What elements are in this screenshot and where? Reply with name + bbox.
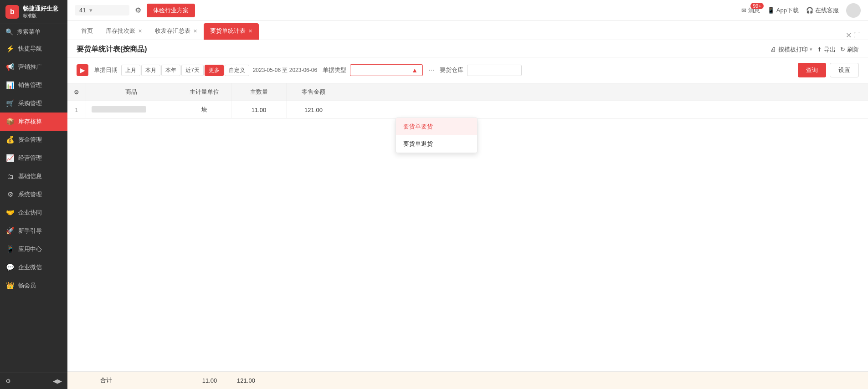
sidebar-item-quick-nav[interactable]: ⚡ 快捷导航 [0, 40, 67, 58]
filter-actions: 查询 设置 [798, 63, 859, 77]
tab-home[interactable]: 首页 [75, 23, 99, 40]
settings-button[interactable]: 设置 [830, 63, 859, 77]
service-label: 在线客服 [815, 6, 839, 15]
page-actions: 🖨 按模板打印 ▾ ⬆ 导出 ↻ 刷新 [770, 46, 859, 54]
warehouse-value [471, 67, 473, 74]
sidebar-item-system[interactable]: ⚙ 系统管理 [0, 185, 67, 204]
sidebar-item-basic[interactable]: 🗂 基础信息 [0, 167, 67, 185]
dropdown-item-return[interactable]: 要货单退货 [396, 135, 477, 153]
sidebar-item-marketing[interactable]: 📢 营销推广 [0, 58, 67, 76]
date-filter-group: 单据日期 上月 本月 本年 近7天 更多 自定义 2023-05-06 至 20… [94, 65, 317, 76]
nav-icon-finance: 💰 [5, 136, 15, 144]
tab-inventory-batch-label: 库存批次账 [106, 27, 135, 35]
footer-label: 合计 [100, 376, 137, 384]
sidebar-item-finance[interactable]: 💰 资金管理 [0, 131, 67, 149]
tab-shipment-summary[interactable]: 收发存汇总表 ✕ [149, 23, 204, 40]
breadcrumb-value: 41 [79, 7, 86, 14]
col-settings[interactable]: ⚙ [67, 83, 86, 101]
type-dropdown: 要货单要货 要货单退货 [395, 118, 478, 153]
sidebar-settings-icon[interactable]: ⚙ [5, 378, 11, 384]
tab-shipment-label: 收发存汇总表 [155, 27, 190, 35]
service-item[interactable]: 🎧 在线客服 [806, 6, 839, 15]
sidebar: b 畅捷通好生意 标准版 🔍 搜索菜单 ⚡ 快捷导航 📢 营销推广 📊 销售管理… [0, 0, 67, 389]
breadcrumb[interactable]: 41 ▾ [75, 5, 129, 15]
sidebar-item-sales[interactable]: 📊 销售管理 [0, 76, 67, 94]
tab-order-stats[interactable]: 要货单统计表 ✕ [204, 23, 259, 40]
sidebar-item-operation[interactable]: 📈 经营管理 [0, 149, 67, 167]
row-unit: 块 [177, 101, 231, 119]
app-icon: 📱 [767, 7, 775, 14]
sidebar-item-enterprise[interactable]: 🤝 企业协同 [0, 204, 67, 222]
export-btn[interactable]: ⬆ 导出 [817, 46, 836, 54]
table-footer: 合计 11.00 121.00 [67, 371, 868, 389]
app-download-item[interactable]: 📱 App下载 [767, 6, 799, 15]
sidebar-item-member[interactable]: 👑 畅会员 [0, 276, 67, 295]
nav-label-finance: 资金管理 [18, 136, 42, 144]
nav-label-enterprise: 企业协同 [18, 209, 42, 217]
topbar-right: ✉ 消息 99+ 📱 App下载 🎧 在线客服 [741, 3, 861, 18]
tab-shipment-close[interactable]: ✕ [193, 28, 197, 34]
tab-order-stats-close[interactable]: ✕ [248, 28, 252, 34]
message-item[interactable]: ✉ 消息 99+ [741, 6, 760, 15]
type-select[interactable]: ▲ [350, 64, 423, 76]
last-7-btn[interactable]: 近7天 [181, 65, 204, 76]
dropdown-item-order[interactable]: 要货单要货 [396, 118, 477, 135]
trial-button[interactable]: 体验行业方案 [147, 4, 195, 17]
nav-label-newbie: 新手引导 [18, 227, 42, 235]
logo-version: 标准版 [23, 13, 58, 19]
tab-expand-icon[interactable]: ⛶ [853, 31, 861, 40]
topbar: 41 ▾ ⚙ 体验行业方案 ✉ 消息 99+ 📱 App下载 🎧 在线客服 [67, 0, 868, 21]
export-label: 导出 [824, 46, 836, 54]
topbar-settings-icon[interactable]: ⚙ [135, 6, 141, 15]
user-avatar[interactable] [846, 3, 861, 18]
message-icon: ✉ [741, 7, 746, 14]
last-month-btn[interactable]: 上月 [121, 65, 140, 76]
nav-icon-quick-nav: ⚡ [5, 45, 15, 53]
refresh-label: 刷新 [847, 46, 859, 54]
tab-inventory-batch-close[interactable]: ✕ [138, 28, 142, 34]
this-year-btn[interactable]: 本年 [161, 65, 180, 76]
sidebar-bottom: ⚙ ◀▶ [0, 373, 67, 389]
filter-expand-btn[interactable]: ▶ [77, 64, 88, 76]
export-icon: ⬆ [817, 46, 822, 53]
nav-icon-member: 👑 [5, 282, 15, 290]
page-header: 要货单统计表(按商品) 🖨 按模板打印 ▾ ⬆ 导出 ↻ 刷新 [67, 40, 868, 57]
tab-close-all-icon[interactable]: ✕ [846, 31, 852, 40]
tab-order-stats-label: 要货单统计表 [210, 27, 246, 35]
sidebar-item-wechat[interactable]: 💬 企业微信 [0, 258, 67, 276]
more-btn[interactable]: 更多 [205, 65, 224, 76]
sidebar-item-app-center[interactable]: 📱 应用中心 [0, 240, 67, 258]
sidebar-search[interactable]: 🔍 搜索菜单 [0, 24, 67, 40]
sidebar-logo: b 畅捷通好生意 标准版 [0, 0, 67, 24]
tab-inventory-batch[interactable]: 库存批次账 ✕ [99, 23, 149, 40]
query-button[interactable]: 查询 [798, 63, 826, 77]
nav-icon-purchase: 🛒 [5, 99, 15, 107]
type-filter-group: 单据类型 ▲ ··· [323, 64, 434, 76]
nav-label-app-center: 应用中心 [18, 245, 42, 253]
sidebar-item-newbie[interactable]: 🚀 新手引导 [0, 222, 67, 240]
nav-icon-newbie: 🚀 [5, 227, 15, 235]
logo-icon: b [5, 5, 19, 19]
sidebar-item-inventory[interactable]: 📦 库存核算 [0, 113, 67, 131]
col-qty: 主数量 [231, 83, 286, 101]
row-qty: 11.00 [231, 101, 286, 119]
type-more-btn[interactable]: ··· [428, 66, 434, 74]
filter-area: ▶ 单据日期 上月 本月 本年 近7天 更多 自定义 2023-05-06 至 … [67, 57, 868, 83]
nav-label-system: 系统管理 [18, 190, 42, 199]
row-amount: 121.00 [286, 101, 341, 119]
warehouse-select[interactable] [467, 65, 522, 76]
topbar-left: 41 ▾ ⚙ 体验行业方案 [75, 4, 195, 17]
custom-btn[interactable]: 自定义 [225, 65, 249, 76]
breadcrumb-arrow: ▾ [89, 7, 92, 14]
sidebar-collapse-icon[interactable]: ◀▶ [53, 378, 62, 384]
this-month-btn[interactable]: 本月 [141, 65, 160, 76]
col-product: 商品 [86, 83, 177, 101]
sidebar-item-purchase[interactable]: 🛒 采购管理 [0, 94, 67, 113]
refresh-btn[interactable]: ↻ 刷新 [840, 46, 859, 54]
nav-label-quick-nav: 快捷导航 [18, 45, 42, 53]
tab-home-label: 首页 [81, 27, 93, 35]
print-btn[interactable]: 🖨 按模板打印 ▾ [770, 46, 812, 54]
print-label: 按模板打印 [778, 46, 808, 54]
app-label: App下载 [776, 6, 799, 15]
search-label: 搜索菜单 [17, 28, 41, 36]
